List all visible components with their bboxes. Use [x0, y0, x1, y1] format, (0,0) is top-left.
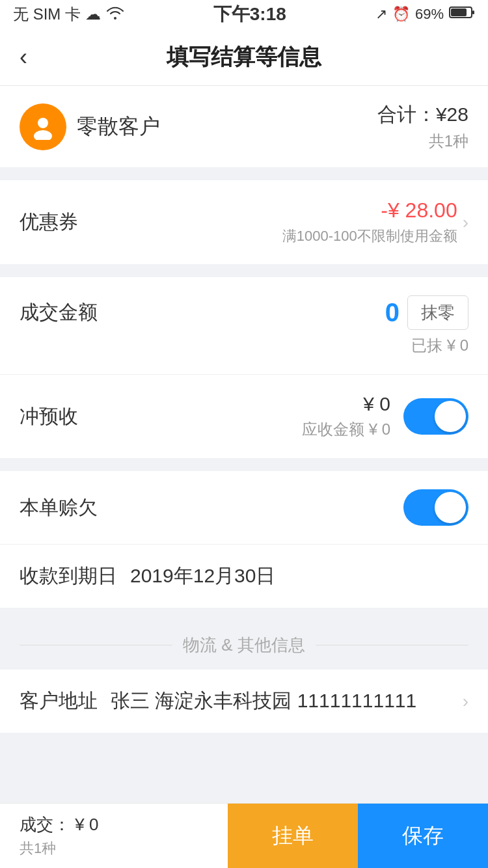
- svg-point-4: [34, 130, 52, 140]
- logistics-header: 物流 & 其他信息: [0, 621, 488, 670]
- bottom-summary: 成交： ¥ 0 共1种: [0, 813, 228, 858]
- address-label: 客户地址: [20, 688, 98, 714]
- debt-label: 本单赊欠: [20, 495, 98, 521]
- chevron-right-icon: ›: [463, 212, 468, 233]
- battery-label: 69%: [415, 6, 444, 23]
- status-time: 下午3:18: [213, 2, 286, 27]
- toggle-knob-debt: [435, 492, 466, 523]
- round-zero-button[interactable]: 抹零: [407, 295, 468, 330]
- battery-icon: [449, 6, 475, 23]
- coupon-label: 优惠券: [20, 209, 78, 236]
- customer-count: 共1种: [377, 131, 468, 152]
- transaction-top: 成交金额 0 抹零: [20, 295, 468, 330]
- location-icon: ↗: [375, 6, 387, 23]
- wifi-icon: [106, 5, 124, 23]
- transaction-block: 成交金额 0 抹零 已抹 ¥ 0: [0, 277, 488, 374]
- due-date-row: 收款到期日 2019年12月30日: [0, 545, 488, 608]
- svg-rect-2: [472, 10, 474, 14]
- status-bar: 无 SIM 卡 ☁ 下午3:18 ↗ ⏰ 69%: [0, 0, 488, 29]
- address-section[interactable]: 客户地址 张三 海淀永丰科技园 11111111111 ›: [0, 670, 488, 733]
- transaction-label: 成交金额: [20, 299, 98, 326]
- alarm-icon: ⏰: [392, 6, 410, 23]
- coupon-description: 满1000-100不限制使用金额: [282, 226, 457, 246]
- customer-right: 合计：¥28 共1种: [377, 102, 468, 152]
- coupon-right: -¥ 28.00 满1000-100不限制使用金额: [282, 198, 457, 246]
- transaction-right: 0 抹零: [385, 295, 468, 330]
- transaction-value: 0: [385, 298, 400, 327]
- svg-point-3: [38, 118, 48, 128]
- svg-rect-1: [451, 8, 467, 16]
- customer-section: 零散客户 合计：¥28 共1种: [0, 86, 488, 167]
- nav-bar: ‹ 填写结算等信息: [0, 29, 488, 86]
- advance-right: ¥ 0 应收金额 ¥ 0: [302, 393, 390, 440]
- transaction-section: 成交金额 0 抹零 已抹 ¥ 0 冲预收 ¥ 0 应收金额 ¥ 0: [0, 277, 488, 458]
- pending-button[interactable]: 挂单: [228, 804, 358, 869]
- content-area: 零散客户 合计：¥28 共1种 优惠券 -¥ 28.00 满1000-100不限…: [0, 86, 488, 811]
- logistics-title: 物流 & 其他信息: [183, 634, 305, 657]
- address-value: 张三 海淀永丰科技园 11111111111: [111, 688, 457, 714]
- bottom-summary-top: 成交： ¥ 0: [20, 813, 208, 836]
- bottom-summary-bottom: 共1种: [20, 839, 208, 858]
- status-right: ↗ ⏰ 69%: [375, 6, 475, 23]
- coupon-section[interactable]: 优惠券 -¥ 28.00 满1000-100不限制使用金额 ›: [0, 180, 488, 264]
- page-title: 填写结算等信息: [167, 42, 321, 72]
- advance-label: 冲预收: [20, 403, 78, 430]
- customer-left: 零散客户: [20, 103, 160, 150]
- address-row[interactable]: 客户地址 张三 海淀永丰科技园 11111111111 ›: [0, 670, 488, 733]
- advance-toggle[interactable]: [403, 398, 468, 435]
- advance-amount: ¥ 0: [363, 393, 390, 415]
- coupon-row[interactable]: 优惠券 -¥ 28.00 满1000-100不限制使用金额 ›: [0, 180, 488, 264]
- due-date-label: 收款到期日: [20, 563, 117, 590]
- bottom-bar: 成交： ¥ 0 共1种 挂单 保存: [0, 803, 488, 868]
- debt-section: 本单赊欠 收款到期日 2019年12月30日: [0, 471, 488, 608]
- avatar: [20, 103, 66, 150]
- due-date-value: 2019年12月30日: [130, 563, 275, 590]
- debt-row: 本单赊欠: [0, 471, 488, 545]
- customer-name: 零散客户: [77, 113, 160, 141]
- toggle-knob: [435, 401, 466, 432]
- debt-toggle[interactable]: [403, 489, 468, 526]
- chevron-right-icon-address: ›: [463, 691, 468, 712]
- back-button[interactable]: ‹: [20, 44, 27, 71]
- coupon-amount: -¥ 28.00: [381, 198, 457, 223]
- transaction-sub: 已抹 ¥ 0: [20, 335, 468, 356]
- save-button[interactable]: 保存: [358, 804, 488, 869]
- status-left: 无 SIM 卡 ☁: [13, 4, 124, 25]
- advance-row: 冲预收 ¥ 0 应收金额 ¥ 0: [0, 374, 488, 458]
- advance-sub: 应收金额 ¥ 0: [302, 419, 390, 440]
- sim-label: 无 SIM 卡 ☁: [13, 4, 101, 25]
- customer-total: 合计：¥28: [377, 102, 468, 128]
